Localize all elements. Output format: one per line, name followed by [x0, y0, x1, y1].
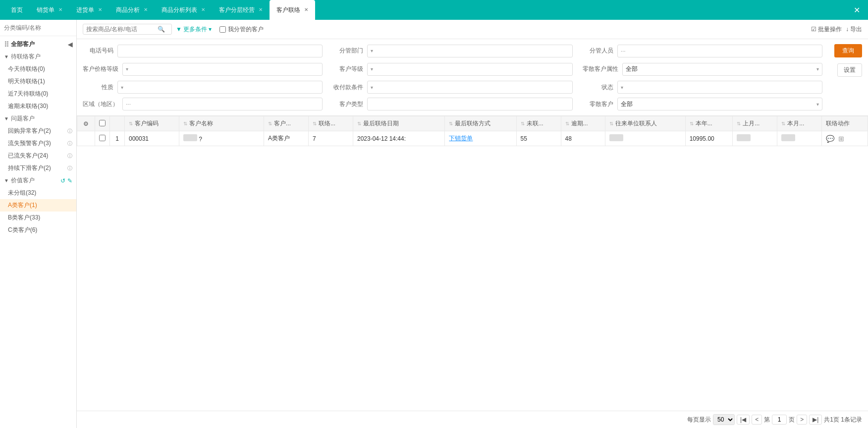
sort-unitcontacts-icon[interactable]: ⇅: [609, 121, 613, 126]
sidebar-collapse-icon[interactable]: ◀: [68, 41, 72, 48]
th-settings[interactable]: ⚙: [77, 116, 95, 131]
sidebar-item-repurchase-abnormal[interactable]: 回购异常客户(2) ⓘ: [0, 125, 76, 137]
refresh-icon-value[interactable]: ↺: [60, 177, 65, 184]
td-not-contacted: 55: [516, 131, 561, 146]
close-product-analysis-icon[interactable]: ✕: [144, 0, 148, 20]
sort-name-icon[interactable]: ⇅: [183, 121, 187, 126]
customer-table: ⚙ ⇅ 客户编码: [77, 116, 868, 146]
sidebar-search-input[interactable]: [4, 24, 77, 31]
close-customer-tier-icon[interactable]: ✕: [259, 0, 263, 20]
sidebar-item-churn-warning[interactable]: 流失预警客户(3) ⓘ: [0, 137, 76, 150]
select-all-checkbox[interactable]: [99, 120, 106, 126]
th-last-month: ⇅ 上月...: [733, 116, 777, 131]
sort-notcontacted-icon[interactable]: ⇅: [521, 121, 525, 126]
next-page-button[interactable]: >: [797, 415, 807, 425]
row-checkbox[interactable]: [99, 135, 106, 141]
page-label: 第: [764, 416, 770, 424]
filter-dept-input[interactable]: ▾: [367, 45, 572, 57]
sort-lastmonth-icon[interactable]: ⇅: [737, 121, 741, 126]
sidebar-item-churned[interactable]: 已流失客户(24) ⓘ: [0, 150, 76, 162]
chevron-price-icon: ▾: [126, 66, 128, 72]
sort-thismonth-icon[interactable]: ⇅: [781, 121, 785, 126]
sidebar-item-declining[interactable]: 持续下滑客户(2) ⓘ: [0, 162, 76, 174]
export-button[interactable]: ↓ 导出: [846, 25, 862, 34]
nav-tab-customer-contact[interactable]: 客户联络 ✕: [270, 0, 315, 20]
sort-code-icon[interactable]: ⇅: [129, 121, 133, 126]
sidebar-item-overdue[interactable]: 逾期未联络(30): [0, 100, 76, 112]
close-purchasebill-icon[interactable]: ✕: [98, 0, 102, 20]
th-last-method: ⇅ 最后联络方式: [445, 116, 516, 131]
sidebar-section-value[interactable]: ▼ 价值客户 ↺ ✎: [0, 174, 76, 187]
sidebar-item-ungrouped[interactable]: 未分组(32): [0, 187, 76, 199]
filter-phone-input[interactable]: [117, 45, 323, 57]
nav-tab-purchasebill[interactable]: 进货单 ✕: [69, 0, 109, 20]
sidebar-item-today[interactable]: 今天待联络(0): [0, 63, 76, 75]
filter-region-input[interactable]: ···: [122, 98, 323, 110]
nav-tab-product-list[interactable]: 商品分析列表 ✕: [155, 0, 212, 20]
sidebar-item-7days[interactable]: 近7天待联络(0): [0, 88, 76, 100]
filter-person-input[interactable]: ···: [617, 45, 822, 57]
table-header-row: ⚙ ⇅ 客户编码: [77, 116, 868, 131]
td-unit-contacts: [605, 131, 685, 146]
th-type: ⇅ 客户...: [264, 116, 309, 131]
settings-button[interactable]: 设置: [837, 63, 862, 77]
filter-cell-person: 分管人员 ···: [583, 45, 822, 57]
sort-overdue-icon[interactable]: ⇅: [565, 121, 569, 126]
prev-page-button[interactable]: <: [752, 415, 762, 425]
sidebar-item-class-a[interactable]: A类客户(1): [0, 199, 76, 212]
th-this-year: ⇅ 本年...: [685, 116, 733, 131]
sidebar-item-class-c[interactable]: C类客户(6): [0, 224, 76, 236]
sidebar-all-customers-label[interactable]: 全部客户: [11, 40, 35, 49]
filter-customer-type-input[interactable]: [367, 98, 572, 110]
edit-icon-value[interactable]: ✎: [67, 177, 72, 184]
batch-ops-button[interactable]: ☑ 批量操作: [811, 25, 842, 34]
customer-name-suffix: ?: [199, 136, 202, 143]
advanced-filters: 电话号码 分管部门 ▾ 分管人员 ··· 查询: [77, 39, 868, 116]
settings-gear-icon[interactable]: ⚙: [83, 120, 89, 127]
grid-action-icon[interactable]: ⊞: [838, 135, 844, 143]
filter-payment-input[interactable]: ▾: [367, 81, 572, 94]
top-navigation: 首页 销货单 ✕ 进货单 ✕ 商品分析 ✕ 商品分析列表 ✕ 客户分层经营 ✕ …: [0, 0, 868, 20]
main-search-input[interactable]: [86, 26, 156, 33]
close-salebill-icon[interactable]: ✕: [58, 0, 62, 20]
filter-customer-level-input[interactable]: ▾: [367, 63, 572, 76]
filter-status-input[interactable]: ▾: [617, 81, 822, 94]
last-page-button[interactable]: ▶|: [809, 415, 822, 425]
nav-tab-salebill[interactable]: 销货单 ✕: [30, 0, 69, 20]
sort-contacts-icon[interactable]: ⇅: [313, 121, 317, 126]
sort-lastmethod-icon[interactable]: ⇅: [449, 121, 453, 126]
sort-thisyear-icon[interactable]: ⇅: [690, 121, 694, 126]
page-size-select[interactable]: 50: [713, 414, 735, 425]
sidebar-section-problem[interactable]: ▼ 问题客户: [0, 112, 76, 125]
main-search-icon[interactable]: 🔍: [158, 26, 165, 33]
nav-home[interactable]: 首页: [4, 0, 30, 20]
sidebar-item-class-b[interactable]: B类客户(33): [0, 212, 76, 224]
nav-tab-product-analysis[interactable]: 商品分析 ✕: [109, 0, 155, 20]
filter-cell-nature: 性质 ▾: [83, 81, 323, 94]
chevron-dept-icon: ▾: [371, 48, 373, 54]
filter-scatter-attr-input[interactable]: 全部 ▾: [622, 63, 822, 76]
filter-nature-input[interactable]: ▾: [117, 81, 323, 94]
filter-settings-col: 设置: [822, 61, 862, 77]
filter-price-level-input[interactable]: ▾: [122, 63, 323, 76]
td-name[interactable]: ?: [179, 131, 264, 146]
chat-action-icon[interactable]: 💬: [826, 135, 834, 143]
sort-lastdate-icon[interactable]: ⇅: [357, 121, 361, 126]
more-filters-button[interactable]: ▼ 更多条件 ▾: [176, 25, 212, 34]
sidebar-item-tomorrow[interactable]: 明天待联络(1): [0, 75, 76, 88]
table-row: 1 000031 ? A类客户 7 2023-04-12 14:44: 下销货单…: [77, 131, 868, 146]
sidebar-section-pending[interactable]: ▼ 待联络客户: [0, 51, 76, 63]
filter-scatter-input[interactable]: 全部 ▾: [617, 98, 822, 110]
window-close-button[interactable]: ✕: [850, 5, 864, 15]
my-customers-checkbox[interactable]: [219, 26, 226, 33]
section-arrow-value: ▼: [4, 178, 9, 183]
first-page-button[interactable]: |◀: [737, 415, 750, 425]
nav-tab-customer-tier[interactable]: 客户分层经营 ✕: [212, 0, 270, 20]
close-customer-contact-icon[interactable]: ✕: [304, 0, 308, 20]
sort-type-icon[interactable]: ⇅: [268, 121, 272, 126]
query-button[interactable]: 查询: [834, 44, 862, 57]
close-product-list-icon[interactable]: ✕: [201, 0, 205, 20]
last-method-link[interactable]: 下销货单: [449, 135, 473, 142]
current-page-input[interactable]: [772, 415, 787, 425]
total-label: 共1页 1条记录: [824, 416, 862, 424]
